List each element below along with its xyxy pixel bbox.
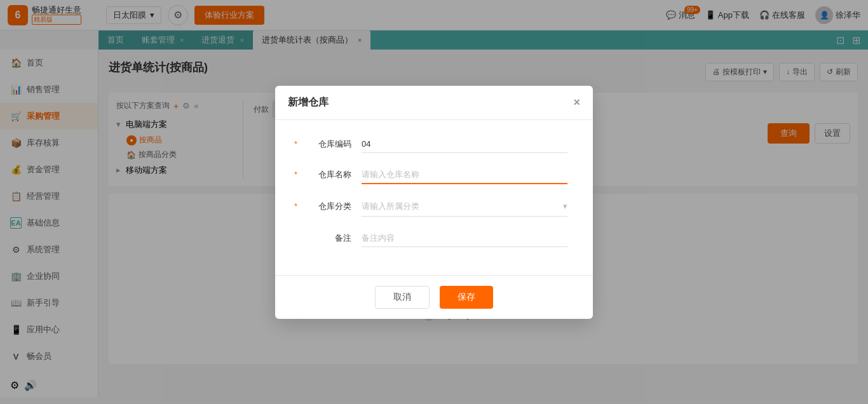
form-row-note: 备注	[301, 229, 567, 247]
add-warehouse-dialog: 新增仓库 × 仓库编码 仓库名称 仓库分类 请输入所属分类 ▾	[275, 86, 593, 319]
dialog-title: 新增仓库	[288, 96, 329, 109]
category-chevron-icon: ▾	[563, 201, 567, 211]
code-input[interactable]	[362, 135, 567, 153]
category-placeholder: 请输入所属分类	[362, 201, 419, 212]
dialog-header: 新增仓库 ×	[275, 86, 593, 120]
dialog-footer: 取消 保存	[275, 275, 593, 319]
category-select[interactable]: 请输入所属分类 ▾	[362, 197, 567, 217]
form-row-code: 仓库编码	[301, 135, 567, 153]
note-input[interactable]	[362, 229, 567, 247]
modal-overlay: 新增仓库 × 仓库编码 仓库名称 仓库分类 请输入所属分类 ▾	[0, 0, 868, 404]
form-row-name: 仓库名称	[301, 166, 567, 184]
code-label: 仓库编码	[301, 138, 351, 150]
name-input[interactable]	[362, 166, 567, 184]
dialog-body: 仓库编码 仓库名称 仓库分类 请输入所属分类 ▾ 备注	[275, 120, 593, 275]
dialog-close-button[interactable]: ×	[573, 96, 580, 109]
save-button[interactable]: 保存	[440, 286, 493, 309]
cancel-button[interactable]: 取消	[375, 286, 430, 309]
category-label: 仓库分类	[301, 201, 351, 212]
name-label: 仓库名称	[301, 169, 351, 180]
form-row-category: 仓库分类 请输入所属分类 ▾	[301, 197, 567, 217]
note-label: 备注	[301, 232, 351, 244]
